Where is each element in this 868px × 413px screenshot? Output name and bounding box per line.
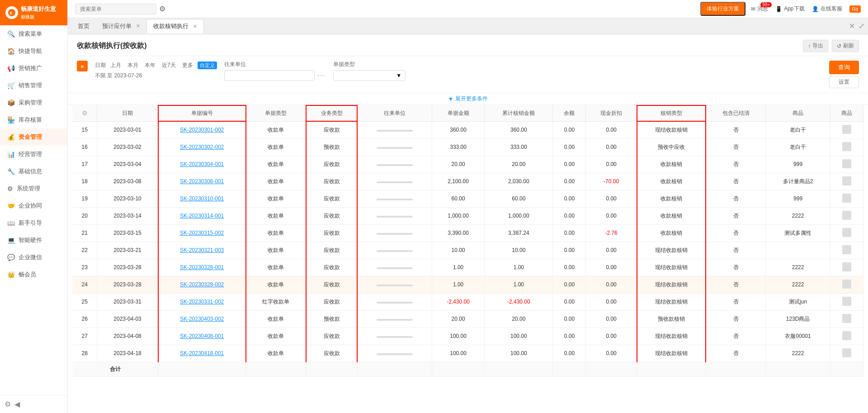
cell-amount: -2,430.00 <box>432 293 484 310</box>
message-button[interactable]: ✉ 消息 99+ <box>751 5 768 13</box>
doc-no-link[interactable]: SK-20230408-001 <box>180 333 224 339</box>
filter-expand-btn[interactable]: ▼ 展开更多条件 <box>448 95 488 103</box>
doctype-select[interactable]: ▼ <box>333 70 406 81</box>
doc-no-link[interactable]: SK-20230403-002 <box>180 316 224 322</box>
query-button[interactable]: 查询 <box>829 61 859 74</box>
doc-no-link[interactable]: SK-20230328-001 <box>180 264 224 271</box>
cell-write-off-type: 现结收款核销 <box>637 276 706 293</box>
sidebar-item-inventory[interactable]: 🏪 库存核算 <box>0 111 67 128</box>
footer-partner <box>357 362 432 376</box>
cell-doc-type: 收款单 <box>246 173 306 190</box>
tab-expand-icon[interactable]: ⤢ <box>859 22 864 30</box>
user-avatar[interactable]: Rit <box>849 5 861 13</box>
col-balance: 余额 <box>553 105 586 121</box>
cell-discount: 0.00 <box>586 242 637 259</box>
filter-bar: » 日期 上月 本月 本年 近7天 更多 自定义 不限 至 2023-07-26… <box>68 56 868 93</box>
doc-no-link[interactable]: SK-20230304-001 <box>180 161 224 167</box>
col-settings[interactable]: ⚙ <box>72 105 97 121</box>
cell-biz-type: 应收款 <box>306 190 358 207</box>
cell-write-off: 100.00 <box>485 328 553 345</box>
doc-no-link[interactable]: SK-20230315-002 <box>180 230 224 236</box>
date-custom-btn[interactable]: 自定义 <box>198 62 217 69</box>
tab-pending-close-icon[interactable]: ✕ <box>136 23 140 29</box>
sidebar-item-wechat[interactable]: 💬 企业微信 <box>0 249 67 266</box>
cell-doc-type: 收款单 <box>246 224 306 242</box>
cell-amount: 1,000.00 <box>432 207 484 224</box>
cell-doc-no: SK-20230308-001 <box>158 173 246 190</box>
col-write-off-type: 核销类型 <box>637 105 706 121</box>
doc-no-link[interactable]: SK-20230301-002 <box>180 127 224 133</box>
marketing-icon: 📢 <box>7 65 15 72</box>
cell-no: 20 <box>72 207 97 224</box>
app-download-button[interactable]: 📱 App下载 <box>775 5 804 13</box>
doc-no-link[interactable]: SK-20230302-002 <box>180 144 224 150</box>
tab-home[interactable]: 首页 <box>71 19 96 33</box>
tab-pending-payment[interactable]: 预计应付单 ✕ <box>96 19 146 33</box>
tab-close-all-icon[interactable]: ✕ <box>849 22 855 30</box>
sidebar-item-hardware[interactable]: 💻 智能硬件 <box>0 232 67 249</box>
doc-no-link[interactable]: SK-20230310-001 <box>180 195 224 202</box>
filter-doctype-group: 单据类型 ▼ <box>333 61 406 81</box>
tab-write-off[interactable]: 收款核销执行 ✕ <box>146 19 204 33</box>
col-settings-icon[interactable]: ⚙ <box>82 109 88 117</box>
cell-balance: 0.00 <box>553 242 586 259</box>
doc-no-link[interactable]: SK-20230308-001 <box>180 178 224 185</box>
cell-amount: 60.00 <box>432 190 484 207</box>
sidebar-item-shortcut[interactable]: 🏠 快捷导航 <box>0 43 67 60</box>
sidebar-item-search[interactable]: 🔍 搜索菜单 <box>0 25 67 43</box>
cell-included: 否 <box>706 173 765 190</box>
sidebar-item-marketing[interactable]: 📢 营销推广 <box>0 60 67 77</box>
sidebar-item-purchase[interactable]: 📦 采购管理 <box>0 94 67 111</box>
cell-biz-type: 应收款 <box>306 276 358 293</box>
cell-discount: 0.00 <box>586 345 637 362</box>
doc-no-link[interactable]: SK-20230418-001 <box>180 350 224 356</box>
doc-no-link[interactable]: SK-20230331-002 <box>180 299 224 305</box>
guide-icon: 📖 <box>7 219 15 227</box>
date-this-year-btn[interactable]: 本年 <box>143 61 157 70</box>
sidebar-item-sales[interactable]: 🛒 销售管理 <box>0 77 67 94</box>
sidebar-item-basic[interactable]: 🔧 基础信息 <box>0 163 67 180</box>
settings-bottom-icon[interactable]: ⚙ <box>5 400 11 408</box>
sidebar-logo: 6 畅康道好生意 标推版 <box>0 0 67 25</box>
topbar-search-input[interactable] <box>75 4 156 14</box>
date-more-btn[interactable]: 更多 <box>180 61 195 70</box>
cell-product1: 2222 <box>766 207 830 224</box>
filter-toggle-button[interactable]: » <box>77 61 88 71</box>
sidebar-item-guide[interactable]: 📖 新手引导 <box>0 214 67 232</box>
export-button[interactable]: ↑ 导出 <box>803 40 828 52</box>
sidebar-item-system[interactable]: ⚙ 系统管理 <box>0 180 67 197</box>
footer-write-off <box>485 362 553 376</box>
sidebar-item-management[interactable]: 📊 经营管理 <box>0 146 67 163</box>
cell-date: 2023-03-28 <box>97 259 158 276</box>
sidebar-item-label: 快捷导航 <box>19 47 42 55</box>
doc-no-link[interactable]: SK-20230328-002 <box>180 281 224 288</box>
sidebar-item-enterprise[interactable]: 🤝 企业协同 <box>0 197 67 214</box>
cell-balance: 0.00 <box>553 207 586 224</box>
setting-button[interactable]: 设置 <box>829 76 859 88</box>
date-last-month-btn[interactable]: 上月 <box>108 61 123 70</box>
app-version: 标推版 <box>21 14 56 20</box>
online-service-button[interactable]: 👤 在线客服 <box>812 5 842 13</box>
topbar-gear-icon[interactable]: ⚙ <box>159 5 165 13</box>
filter-dots[interactable]: ··· <box>317 71 326 80</box>
date-7days-btn[interactable]: 近7天 <box>160 61 178 70</box>
sidebar-item-member[interactable]: 👑 畅会员 <box>0 266 67 283</box>
collapse-icon[interactable]: ◀ <box>14 400 20 408</box>
date-this-month-btn[interactable]: 本月 <box>126 61 140 70</box>
partner-input[interactable] <box>224 70 315 81</box>
solution-button[interactable]: 体验行业方案 <box>700 2 745 16</box>
cell-biz-type: 预收款 <box>306 138 358 156</box>
cell-write-off: 1,000.00 <box>485 207 553 224</box>
doc-no-link[interactable]: SK-20230314-001 <box>180 213 224 219</box>
table-row: 19 2023-03-10 SK-20230310-001 收款单 应收款 60… <box>72 190 863 207</box>
sidebar-item-finance[interactable]: 💰 资金管理 <box>0 128 67 146</box>
refresh-button[interactable]: ↺ 刷新 <box>832 40 859 52</box>
cell-amount: 360.00 <box>432 121 484 138</box>
cell-included: 否 <box>706 138 765 156</box>
doc-no-link[interactable]: SK-20230321-003 <box>180 247 224 253</box>
cell-discount: 0.00 <box>586 328 637 345</box>
cell-product2 <box>830 207 863 224</box>
cell-date: 2023-03-14 <box>97 207 158 224</box>
tab-write-off-close-icon[interactable]: ✕ <box>193 24 197 29</box>
sidebar-item-label: 新手引导 <box>19 219 42 227</box>
